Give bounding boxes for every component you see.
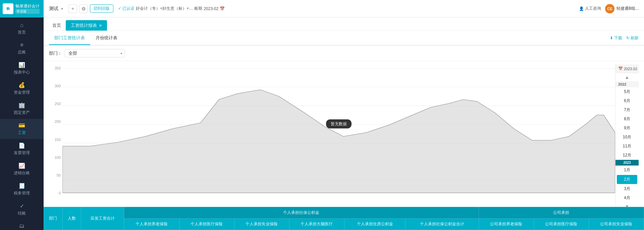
- funds-icon: 💰: [18, 82, 25, 88]
- sidebar-item-assets[interactable]: 🏢 固定资产: [0, 99, 44, 119]
- sidebar-item-home[interactable]: ⌂ 首页: [0, 19, 44, 39]
- month-2022-5[interactable]: 5月: [615, 87, 639, 96]
- date-nav-up-btn[interactable]: ▲: [623, 74, 632, 81]
- refresh-button[interactable]: ↻ 刷新: [626, 35, 639, 41]
- y-label-0: 0: [49, 191, 61, 195]
- user-name[interactable]: 轻捷通B组...: [616, 6, 639, 11]
- chart-main: 350 300 250 200 150 100 50 0: [49, 64, 615, 207]
- y-label-250: 250: [49, 102, 61, 106]
- sidebar-label-ledger: 总账: [18, 49, 26, 55]
- sidebar: 畅 畅康通好会计 专业版 ⌂ 首页 ≡ 总账 📊 报表中心 💰 资金管理 🏢 固…: [0, 0, 44, 230]
- product-tags: 好会计（专）+好生意（标）+…: [136, 6, 193, 11]
- year-2022: 2022: [615, 81, 639, 87]
- switch-mode-button[interactable]: 切到旧版: [90, 4, 113, 13]
- month-2023-1[interactable]: 1月: [615, 166, 639, 175]
- sidebar-label-funds: 资金管理: [14, 90, 30, 95]
- month-2022-11[interactable]: 11月: [615, 142, 639, 151]
- sidebar-item-reports[interactable]: 📊 报表中心: [0, 58, 44, 79]
- year-2023-badge: 2023: [615, 160, 639, 166]
- calendar-small-icon: 📅: [618, 66, 623, 71]
- dept-select-wrapper: 全部 财务部 人事部 销售部 技术部: [65, 49, 125, 57]
- col-personal-unemployment: 个人承担失业保险: [234, 219, 289, 230]
- inner-tab-month[interactable]: 月份统计表: [90, 32, 123, 45]
- user-area: CE 轻捷通B组...: [605, 4, 639, 13]
- inner-tab-dept[interactable]: 部门工资统计表: [49, 32, 90, 45]
- col-company-unemployment: 公司承担失业保险: [589, 219, 644, 230]
- y-axis: 350 300 250 200 150 100 50 0: [49, 64, 61, 197]
- month-2022-12[interactable]: 12月: [615, 151, 639, 160]
- sidebar-label-sales: 进销台账: [14, 170, 30, 176]
- y-label-350: 350: [49, 66, 61, 70]
- main-content: 测试 ▾ ＋ ⚙ 切到旧版 ✓ 已认证 好会计（专）+好生意（标）+… 账期 2…: [44, 0, 644, 230]
- sidebar-item-archive[interactable]: 🗂 归档管理: [0, 220, 44, 230]
- date-nav-up: ▲: [615, 73, 639, 81]
- y-label-100: 100: [49, 155, 61, 159]
- download-button[interactable]: ⬇ 下载: [610, 35, 622, 41]
- dept-filter-label: 部门：: [49, 50, 62, 56]
- topbar: 测试 ▾ ＋ ⚙ 切到旧版 ✓ 已认证 好会计（专）+好生意（标）+… 账期 2…: [44, 0, 644, 17]
- refresh-icon: ↻: [626, 36, 630, 40]
- date-nav-down: ▼: [615, 202, 639, 207]
- add-button[interactable]: ＋: [68, 4, 77, 13]
- settings-button[interactable]: ⚙: [79, 4, 88, 13]
- sidebar-label-home: 首页: [18, 30, 26, 35]
- month-2022-9[interactable]: 9月: [615, 124, 639, 133]
- assets-icon: 🏢: [18, 102, 25, 108]
- inner-tab-actions: ⬇ 下载 ↻ 刷新: [610, 35, 639, 41]
- tab-home[interactable]: 首页: [49, 20, 64, 31]
- dept-select[interactable]: 全部 财务部 人事部 销售部 技术部: [65, 49, 125, 57]
- y-label-150: 150: [49, 138, 61, 142]
- project-name: 测试: [49, 6, 58, 12]
- footer-table: 部门 人数 应发工资合计 个人承担社保公积金 公司承担 个人承担养老保险 个人承…: [44, 207, 644, 230]
- sidebar-label-tax: 税务管理: [14, 190, 30, 196]
- tab-salary-report[interactable]: 工资统计报表 ✕: [66, 20, 107, 31]
- chart-svg-container: 暂无数据: [62, 64, 615, 197]
- settle-icon: ✓: [20, 203, 24, 209]
- tab-close-icon[interactable]: ✕: [99, 24, 102, 28]
- topbar-tags: ✓ 已认证 好会计（专）+好生意（标）+… 账期 2023-02 📅: [118, 6, 225, 11]
- reports-icon: 📊: [18, 62, 25, 68]
- sidebar-item-tax[interactable]: 🧾 税务管理: [0, 179, 44, 199]
- col-personal-major-medical: 个人承担大额医疗: [289, 219, 344, 230]
- salary-table: 部门 人数 应发工资合计 个人承担社保公积金 公司承担 个人承担养老保险 个人承…: [44, 207, 644, 230]
- col-count: 人数: [62, 207, 81, 230]
- sidebar-item-ledger[interactable]: ≡ 总账: [0, 39, 44, 58]
- sidebar-item-funds[interactable]: 💰 资金管理: [0, 79, 44, 99]
- sidebar-item-salary[interactable]: 💳 工资: [0, 119, 44, 139]
- sidebar-item-invoice[interactable]: 📄 发票管理: [0, 139, 44, 159]
- col-personal-pension: 个人承担养老保险: [124, 219, 179, 230]
- topbar-right: 👤 人工咨询 CE 轻捷通B组...: [579, 4, 639, 13]
- col-group-personal: 个人承担社保公积金: [124, 207, 479, 219]
- date-panel: 📅 2023.02 ▲ 2022 5月 6月 7月 8月 9月 10月 11月 …: [615, 64, 639, 207]
- month-2022-10[interactable]: 10月: [615, 133, 639, 142]
- topbar-actions: ＋ ⚙ 切到旧版: [68, 4, 113, 13]
- month-2023-2[interactable]: 2月: [617, 175, 637, 184]
- inner-tabs: 部门工资统计表 月份统计表 ⬇ 下载 ↻ 刷新: [44, 31, 644, 46]
- invoice-icon: 📄: [18, 142, 25, 149]
- help-icon: 👤: [579, 6, 584, 11]
- col-personal-total: 个人承担社保公积金合计: [406, 219, 479, 230]
- month-2022-6[interactable]: 6月: [615, 96, 639, 105]
- sidebar-item-sales[interactable]: 📈 进销台账: [0, 159, 44, 179]
- date-panel-header: 📅 2023.02: [615, 64, 639, 73]
- tab-salary-report-label: 工资统计报表: [71, 22, 97, 29]
- col-company-pension: 公司承担养老保险: [479, 219, 534, 230]
- col-dept: 部门: [44, 207, 63, 230]
- col-company-medical: 公司承担医疗保险: [534, 219, 589, 230]
- sidebar-item-settle[interactable]: ✓ 结账: [0, 199, 44, 220]
- period-label: 账期: [194, 6, 202, 11]
- sidebar-nav: ⌂ 首页 ≡ 总账 📊 报表中心 💰 资金管理 🏢 固定资产 💳 工资 📄 发票…: [0, 17, 44, 230]
- month-2023-3[interactable]: 3月: [615, 184, 639, 193]
- user-avatar: CE: [605, 4, 614, 13]
- logo-icon: 畅: [3, 3, 13, 14]
- date-nav-down-btn[interactable]: ▼: [623, 203, 632, 207]
- help-button[interactable]: 👤 人工咨询: [579, 6, 601, 11]
- chart-svg: [62, 64, 615, 197]
- month-2022-8[interactable]: 8月: [615, 114, 639, 124]
- home-icon: ⌂: [20, 22, 23, 28]
- month-2022-7[interactable]: 7月: [615, 105, 639, 114]
- salary-icon: 💳: [18, 122, 25, 129]
- calendar-icon[interactable]: 📅: [220, 6, 225, 11]
- sidebar-label-reports: 报表中心: [14, 70, 30, 75]
- month-2023-4[interactable]: 4月: [615, 193, 639, 202]
